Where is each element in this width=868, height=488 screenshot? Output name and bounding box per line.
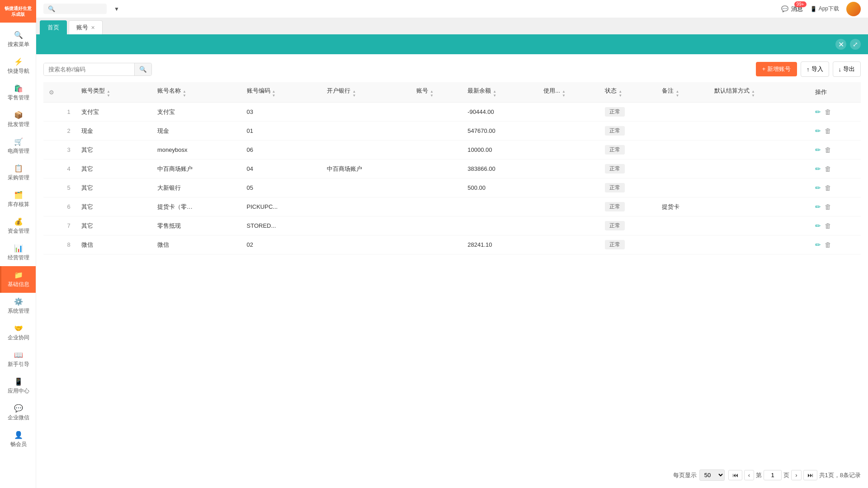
- col-header-index: [60, 82, 78, 103]
- row-settings-4: [43, 178, 60, 197]
- edit-button-5[interactable]: ✏: [815, 203, 821, 211]
- sidebar-item-retail[interactable]: 🛍️零售管理: [0, 80, 36, 106]
- row-actions-7: ✏ 🗑: [811, 235, 861, 254]
- column-settings-icon[interactable]: ⚙: [49, 89, 54, 96]
- status-badge-1: 正常: [605, 126, 625, 136]
- tab-home[interactable]: 首页: [40, 20, 67, 34]
- accounts-table-wrap: ⚙ 账号类型▲▼ 账号名称▲▼ 账号编码▲▼ 开户银行▲▼ 账号▲▼ 最新余额▲…: [43, 82, 861, 464]
- sidebar-item-system[interactable]: ⚙️系统管理: [0, 293, 36, 319]
- col-header-account-no[interactable]: 账号▲▼: [413, 82, 464, 103]
- edit-button-0[interactable]: ✏: [815, 108, 821, 116]
- row-remark-2: [658, 141, 711, 160]
- sidebar-item-wholesale[interactable]: 📦批发管理: [0, 106, 36, 133]
- sidebar-item-beginner-guide[interactable]: 📖新手引导: [0, 346, 36, 373]
- row-type-1: 现金: [78, 122, 154, 141]
- app-label: App下载: [819, 5, 839, 13]
- table-row: 8 微信 微信 02 28241.10 正常 ✏ 🗑: [43, 235, 861, 254]
- import-button[interactable]: ↑ 导入: [801, 61, 829, 77]
- export-icon: ↓: [839, 66, 842, 73]
- expand-window-button[interactable]: ⤢: [850, 39, 861, 50]
- row-settings-0: [43, 103, 60, 122]
- add-account-button[interactable]: + 新增账号: [756, 62, 797, 76]
- sidebar-item-enterprise-wechat[interactable]: 💬企业微信: [0, 399, 36, 426]
- edit-button-7[interactable]: ✏: [815, 241, 821, 249]
- sidebar-item-member[interactable]: 👤畅会员: [0, 426, 36, 453]
- delete-button-3[interactable]: 🗑: [825, 165, 831, 173]
- per-page-select[interactable]: 102050100: [699, 469, 725, 481]
- sidebar-item-purchase[interactable]: 📋采购管理: [0, 160, 36, 186]
- table-body: 1 支付宝 支付宝 03 -90444.00 正常 ✏ 🗑 2 现金 现金 01…: [43, 103, 861, 254]
- sidebar-item-enterprise-agreement[interactable]: 🤝企业协同: [0, 319, 36, 346]
- delete-button-7[interactable]: 🗑: [825, 241, 831, 249]
- col-header-name[interactable]: 账号名称▲▼: [154, 82, 243, 103]
- col-header-usage[interactable]: 使用...▲▼: [540, 82, 601, 103]
- row-type-0: 支付宝: [78, 103, 154, 122]
- delete-button-2[interactable]: 🗑: [825, 146, 831, 154]
- prev-page-button[interactable]: ‹: [744, 470, 754, 480]
- export-button[interactable]: ↓ 导出: [833, 61, 861, 77]
- row-index-4: 5: [60, 178, 78, 197]
- sidebar-item-label: 批发管理: [8, 121, 29, 128]
- sidebar-item-inventory[interactable]: 🗂️库存核算: [0, 186, 36, 213]
- row-status-1: 正常: [601, 122, 658, 141]
- first-page-button[interactable]: ⏮: [728, 470, 742, 480]
- topbar-search-input[interactable]: [58, 6, 102, 12]
- sidebar-item-search-menu[interactable]: 🔍搜索菜单: [0, 26, 36, 53]
- tab-close-icon[interactable]: ✕: [91, 25, 95, 31]
- sidebar-item-app-center[interactable]: 📱应用中心: [0, 373, 36, 399]
- sidebar-item-operations[interactable]: 📊经营管理: [0, 239, 36, 266]
- close-window-button[interactable]: ✕: [835, 39, 846, 50]
- row-payment-0: [711, 103, 811, 122]
- table-row: 1 支付宝 支付宝 03 -90444.00 正常 ✏ 🗑: [43, 103, 861, 122]
- edit-button-6[interactable]: ✏: [815, 222, 821, 230]
- delete-button-1[interactable]: 🗑: [825, 127, 831, 135]
- search-input[interactable]: [44, 63, 134, 75]
- edit-button-4[interactable]: ✏: [815, 184, 821, 192]
- col-header-type[interactable]: 账号类型▲▼: [78, 82, 154, 103]
- col-header-code[interactable]: 账号编码▲▼: [243, 82, 324, 103]
- toolbar-right: + 新增账号 ↑ 导入 ↓ 导出: [756, 61, 861, 77]
- avatar[interactable]: [846, 2, 861, 16]
- edit-button-1[interactable]: ✏: [815, 127, 821, 135]
- last-page-button[interactable]: ⏭: [803, 470, 817, 480]
- row-name-1: 现金: [154, 122, 243, 141]
- delete-button-0[interactable]: 🗑: [825, 108, 831, 116]
- col-header-remark[interactable]: 备注▲▼: [658, 82, 711, 103]
- row-settings-5: [43, 197, 60, 216]
- sidebar-item-capital[interactable]: 💰资金管理: [0, 213, 36, 239]
- search-button[interactable]: 🔍: [134, 63, 151, 75]
- col-header-bank[interactable]: 开户银行▲▼: [323, 82, 413, 103]
- col-header-status[interactable]: 状态▲▼: [601, 82, 658, 103]
- row-settings-7: [43, 235, 60, 254]
- row-index-1: 2: [60, 122, 78, 141]
- chevron-down-icon: ▼: [114, 6, 119, 12]
- sidebar-item-basic-info[interactable]: 📁基础信息: [0, 266, 36, 293]
- row-usage-2: [540, 141, 601, 160]
- edit-button-2[interactable]: ✏: [815, 146, 821, 154]
- sidebar-item-label: 搜索菜单: [8, 41, 29, 48]
- page-number-input[interactable]: [764, 470, 782, 480]
- sidebar-item-label: 电商管理: [8, 147, 29, 155]
- message-button[interactable]: 💬 消息 99+: [781, 5, 803, 13]
- col-header-balance[interactable]: 最新余额▲▼: [464, 82, 540, 103]
- row-bank-1: [323, 122, 413, 141]
- status-badge-2: 正常: [605, 145, 625, 155]
- table-row: 2 现金 现金 01 547670.00 正常 ✏ 🗑: [43, 122, 861, 141]
- sidebar-item-ecommerce[interactable]: 🛒电商管理: [0, 133, 36, 160]
- tab-account[interactable]: 账号✕: [69, 20, 103, 34]
- member-icon: 👤: [14, 431, 23, 439]
- col-header-payment[interactable]: 默认结算方式▲▼: [711, 82, 811, 103]
- edit-button-3[interactable]: ✏: [815, 165, 821, 173]
- row-balance-7: 28241.10: [464, 235, 540, 254]
- row-settings-3: [43, 160, 60, 178]
- message-badge: 99+: [794, 1, 807, 7]
- sidebar-item-quick-nav[interactable]: ⚡快捷导航: [0, 53, 36, 80]
- delete-button-4[interactable]: 🗑: [825, 184, 831, 192]
- delete-button-6[interactable]: 🗑: [825, 222, 831, 230]
- app-download-button[interactable]: 📱 App下载: [810, 5, 839, 13]
- next-page-button[interactable]: ›: [791, 470, 801, 480]
- delete-button-5[interactable]: 🗑: [825, 203, 831, 211]
- row-payment-4: [711, 178, 811, 197]
- topbar-dropdown[interactable]: ▼: [112, 6, 119, 12]
- search-icon: 🔍: [139, 66, 147, 73]
